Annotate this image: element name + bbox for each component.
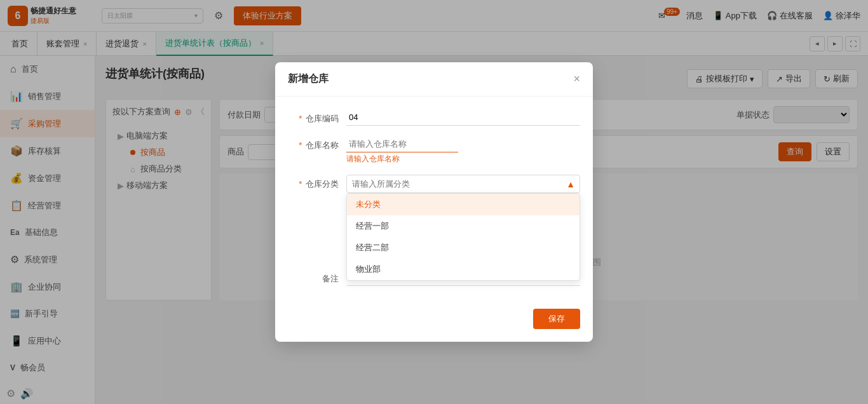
modal-body: * 仓库编码 * 仓库名称 请输入仓库名称 * 仓库分类 (275, 97, 593, 304)
code-label: * 仓库编码 (288, 109, 339, 125)
category-option-2[interactable]: 经营二部 (347, 237, 580, 259)
category-input[interactable] (346, 175, 580, 193)
form-row-code: * 仓库编码 (288, 109, 580, 126)
modal-title: 新增仓库 (288, 72, 329, 86)
name-error-msg: 请输入仓库名称 (346, 154, 580, 165)
save-button[interactable]: 保存 (533, 309, 580, 329)
code-input[interactable] (346, 109, 580, 126)
name-label: * 仓库名称 (288, 136, 339, 151)
category-option-0[interactable]: 未分类 (347, 194, 580, 215)
category-label: * 仓库分类 (288, 175, 339, 190)
category-option-3[interactable]: 物业部 (347, 259, 580, 280)
modal-close-button[interactable]: × (573, 72, 580, 86)
modal-footer: 保存 (275, 304, 593, 342)
add-warehouse-modal: 新增仓库 × * 仓库编码 * 仓库名称 请输入仓库名称 (275, 62, 593, 342)
category-select-wrap: ▲ 未分类 经营一部 经营二部 物业部 (346, 175, 580, 193)
modal-header: 新增仓库 × (275, 62, 593, 97)
category-dropdown: 未分类 经营一部 经营二部 物业部 (346, 193, 580, 281)
notes-label: 备注 (288, 269, 339, 285)
name-input[interactable] (346, 136, 458, 152)
form-row-category: * 仓库分类 ▲ 未分类 经营一部 经营二部 物业部 (288, 175, 580, 193)
form-row-name: * 仓库名称 请输入仓库名称 (288, 136, 580, 165)
category-option-1[interactable]: 经营一部 (347, 215, 580, 237)
